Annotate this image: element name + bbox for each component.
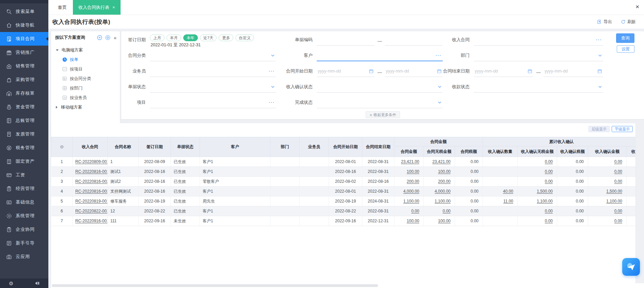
income-contract-lookup-input[interactable]: ···	[474, 35, 603, 46]
sidebar-item-project-contract[interactable]: 项目合同	[0, 32, 48, 46]
cell-confirm-ex-tax[interactable]: 0.00	[518, 157, 557, 167]
department-select[interactable]	[474, 51, 603, 61]
scrollbar-thumb[interactable]	[52, 284, 378, 287]
cell-confirm-amount[interactable]: 0.00	[588, 177, 627, 187]
tab-home[interactable]: 首页	[52, 0, 73, 15]
date-pill[interactable]: 上月	[150, 34, 164, 41]
lookup-ellipsis-icon[interactable]: ···	[269, 69, 275, 73]
scheme-item-by-salesperson[interactable]: 按业务员	[51, 93, 120, 102]
income-confirm-status-select[interactable]	[317, 82, 443, 93]
scheme-settings-gear-icon[interactable]	[105, 35, 111, 41]
tab-income-contract-report[interactable]: 收入合同执行表 ×	[73, 0, 121, 15]
cell-confirm-amount[interactable]: 0.00	[588, 157, 627, 167]
chevron-down-icon[interactable]	[271, 85, 275, 89]
cell-amount-ex-tax[interactable]: 100.00	[424, 216, 455, 226]
flat-display-toggle[interactable]: 平级显示	[612, 126, 633, 132]
scheme-item-by-order[interactable]: 按单	[51, 55, 120, 64]
contract-start-from-input[interactable]: yyyy-mm-dd	[317, 67, 375, 77]
cell-confirm-amount[interactable]: 0.00	[588, 206, 627, 216]
cell-confirm-amount[interactable]: 1,500.00	[588, 187, 627, 196]
chevron-down-icon[interactable]	[438, 85, 442, 89]
sidebar-item-purchase[interactable]: 采购管理	[0, 73, 48, 86]
date-pill[interactable]: 自定义	[235, 34, 254, 41]
sidebar-item-guide[interactable]: 新手引导	[0, 236, 48, 250]
settings-button[interactable]: 设置	[617, 45, 634, 53]
calendar-icon[interactable]	[369, 69, 374, 74]
export-button[interactable]: 导出	[597, 19, 612, 25]
lookup-ellipsis-icon[interactable]: ···	[596, 38, 602, 42]
cell-confirm-amount[interactable]: 0.00	[588, 167, 627, 177]
sidebar-item-quick-nav[interactable]: 快捷导航	[0, 18, 48, 32]
sidebar-item-funds[interactable]: 资金管理	[0, 100, 48, 114]
doc-code-from-input[interactable]	[317, 35, 375, 46]
contract-start-to-input[interactable]: yyyy-mm-dd	[385, 67, 443, 77]
collapsed-arrow-icon[interactable]	[56, 106, 58, 109]
add-scheme-icon[interactable]	[97, 35, 103, 41]
sidebar-collapse-icon[interactable]	[34, 281, 40, 286]
cell-contract-no[interactable]: RC-20220822-001	[73, 206, 108, 216]
cell-amount[interactable]: 200.00	[394, 177, 424, 187]
cell-amount-ex-tax[interactable]: 0.00	[424, 206, 455, 216]
calendar-icon[interactable]	[528, 69, 532, 74]
cell-amount[interactable]: 1,100.00	[394, 196, 424, 206]
salesperson-lookup-input[interactable]: ···	[150, 67, 276, 77]
sidebar-item-basic-info[interactable]: 基础信息	[0, 195, 48, 209]
project-lookup-input[interactable]: ···	[150, 98, 276, 108]
sidebar-item-salary[interactable]: 工资	[0, 168, 48, 182]
completion-status-select[interactable]	[317, 98, 443, 108]
cell-confirm-ex-tax[interactable]: 1,100.00	[518, 196, 557, 206]
cell-amount-ex-tax[interactable]: 4,000.00	[424, 187, 455, 196]
contract-end-from-input[interactable]: yyyy-mm-dd	[474, 67, 533, 77]
expand-arrow-icon[interactable]	[56, 49, 59, 51]
cell-amount-ex-tax[interactable]: 23,421.00	[424, 157, 455, 167]
scheme-item-by-department[interactable]: 按部门	[51, 83, 120, 93]
cell-confirm-qty[interactable]: 11.00	[483, 196, 518, 206]
scheme-item-by-project[interactable]: 按项目	[51, 64, 120, 74]
customer-lookup-input[interactable]: ···	[317, 51, 443, 61]
cell-amount[interactable]: 4,000.00	[394, 187, 424, 196]
contract-category-select[interactable]	[150, 51, 276, 61]
hierarchical-display-toggle[interactable]: 层级显示	[588, 126, 610, 132]
sidebar-item-system[interactable]: 系统管理	[0, 209, 48, 223]
sidebar-item-collaboration[interactable]: 企业协同	[0, 223, 48, 236]
calendar-icon[interactable]	[437, 69, 442, 74]
lookup-ellipsis-icon[interactable]: ···	[269, 100, 275, 105]
collection-status-select[interactable]	[474, 82, 603, 93]
assistant-float-button[interactable]	[622, 258, 640, 276]
sidebar-item-tax[interactable]: 税务管理	[0, 141, 48, 155]
sidebar-item-business[interactable]: 经营管理	[0, 182, 48, 195]
lookup-ellipsis-icon[interactable]: ···	[436, 53, 442, 58]
chevron-down-icon[interactable]	[438, 100, 442, 105]
sidebar-item-invoice[interactable]: 发票管理	[0, 127, 48, 141]
chevron-down-icon[interactable]	[598, 53, 602, 58]
sidebar-item-fixed-assets[interactable]: 固定资产	[0, 155, 48, 168]
sidebar-item-ledger[interactable]: 总账管理	[0, 114, 48, 127]
cell-confirm-ex-tax[interactable]: 0.00	[518, 167, 557, 177]
cell-contract-no[interactable]: RC-20220816-003	[73, 187, 108, 196]
cell-confirm-qty[interactable]: 40.00	[483, 187, 518, 196]
cell-contract-no[interactable]: RC-20220916-001	[73, 216, 108, 226]
scheme-group-pc-schemes[interactable]: 电脑端方案	[51, 45, 120, 55]
doc-code-to-input[interactable]	[385, 35, 443, 46]
sidebar-item-marketing[interactable]: 营销推广	[0, 46, 48, 59]
column-settings-gear-icon[interactable]: ⚙	[51, 137, 73, 157]
collapse-conditions-button[interactable]: 收起更多条件	[365, 111, 400, 118]
cell-confirm-amount[interactable]: 1,100.00	[588, 196, 627, 206]
chevron-down-icon[interactable]	[271, 53, 275, 58]
cell-amount-ex-tax[interactable]: 1,100.00	[424, 196, 455, 206]
cell-amount-ex-tax[interactable]: 200.00	[424, 177, 455, 187]
settings-gear-icon[interactable]: ⚙	[9, 281, 13, 286]
cell-amount[interactable]: 23,421.00	[394, 157, 424, 167]
sidebar-item-inventory[interactable]: 库存核算	[0, 86, 48, 100]
date-pill[interactable]: 本月	[167, 34, 181, 41]
chevron-down-icon[interactable]	[598, 85, 602, 89]
cell-amount-ex-tax[interactable]: 100.00	[424, 167, 455, 177]
sidebar-item-sales[interactable]: 销售管理	[0, 59, 48, 73]
contract-end-to-input[interactable]: yyyy-mm-dd	[544, 67, 603, 77]
scheme-group-mobile-schemes[interactable]: 移动端方案	[51, 102, 120, 112]
cell-confirm-ex-tax[interactable]: 0.00	[518, 206, 557, 216]
sidebar-item-search-menu[interactable]: 搜索菜单	[0, 5, 48, 18]
calendar-icon[interactable]	[597, 69, 602, 74]
cell-amount[interactable]: 0.00	[394, 206, 424, 216]
cell-contract-no[interactable]: RC-20220809-001	[73, 157, 108, 167]
